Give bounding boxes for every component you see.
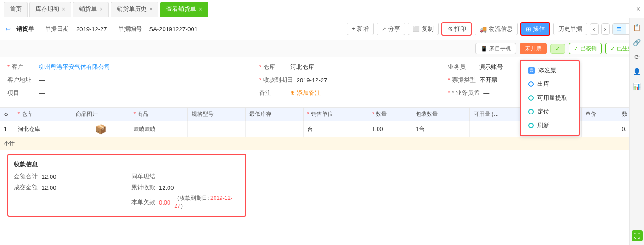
warehouse-field: 仓库 河北仓库 bbox=[259, 63, 448, 71]
tab-sales-history-close[interactable]: × bbox=[149, 6, 153, 12]
ticket-type-label: 票据类型 bbox=[448, 76, 476, 84]
add-note-button[interactable]: ⊕ 添加备注 bbox=[290, 89, 321, 97]
tab-sales-history[interactable]: 销货单历史 × bbox=[111, 2, 158, 17]
payment-section: 收款信息 金额合计 12.00 同单现结 —— 成交金额 12.00 累计收款 … bbox=[7, 154, 246, 217]
col-unit-price: 单价 bbox=[582, 108, 618, 121]
print-label: 打印 bbox=[454, 25, 466, 33]
tab-home[interactable]: 首页 bbox=[4, 2, 28, 17]
locate-icon bbox=[528, 109, 534, 114]
sidebar-icon-copy[interactable]: 📋 bbox=[632, 22, 643, 33]
col-product: 商品 bbox=[130, 108, 187, 121]
customer-label: 客户 bbox=[7, 63, 35, 71]
total-label: 金额合计 bbox=[14, 172, 38, 181]
verified-label: 已核销 bbox=[580, 45, 597, 52]
history-button[interactable]: 历史单据 bbox=[553, 23, 587, 35]
payment-date-value: 2019-12-27 bbox=[297, 77, 328, 84]
no-label: 单据编号 bbox=[118, 25, 142, 33]
col-pack-qty: 包装数量 bbox=[412, 108, 470, 121]
prev-button[interactable]: ‹ bbox=[590, 23, 598, 35]
col-product-img: 商品图片 bbox=[72, 108, 130, 121]
address-value: — bbox=[39, 77, 45, 84]
next-button[interactable]: › bbox=[601, 23, 610, 35]
subtotal-label: 小计 bbox=[0, 137, 644, 150]
locate-item[interactable]: 定位 bbox=[521, 105, 579, 119]
customer-value[interactable]: 柳州粤港平安气体有限公司 bbox=[39, 63, 110, 71]
share-label: 分享 bbox=[388, 25, 400, 33]
cumulative-label: 累计收款 bbox=[131, 183, 155, 192]
payment-date-field: 收款到期日 2019-12-27 bbox=[259, 76, 448, 84]
tab-view-sales[interactable]: 查看销货单 × bbox=[160, 2, 208, 17]
sidebar-icon-refresh[interactable]: ⟳ bbox=[632, 51, 643, 63]
transaction-row: 成交金额 12.00 bbox=[14, 183, 122, 192]
tab-sales[interactable]: 销货单 × bbox=[73, 2, 109, 17]
tab-sales-history-label: 销货单历史 bbox=[117, 5, 147, 13]
add-invoice-icon: 票 bbox=[528, 67, 535, 74]
available-qty-item[interactable]: 可用量提取 bbox=[521, 91, 579, 105]
address-field: 客户地址 — bbox=[7, 76, 259, 84]
cumulative-row: 累计收款 12.00 bbox=[131, 183, 240, 192]
row-product-img: 📦 bbox=[72, 121, 130, 137]
tab-inventory[interactable]: 库存期初 × bbox=[29, 2, 71, 17]
row-product: 嘻嘻嘻嘻 bbox=[130, 121, 187, 137]
warehouse-label: 仓库 bbox=[259, 63, 287, 71]
staff-value: 演示账号 bbox=[479, 63, 503, 71]
effective-check-icon: ✓ bbox=[610, 46, 615, 52]
row-sales-unit: 台 bbox=[303, 121, 368, 137]
tab-inventory-label: 库存期初 bbox=[35, 5, 59, 13]
available-qty-icon bbox=[528, 95, 534, 101]
col-warehouse: 仓库 bbox=[14, 108, 72, 121]
address-label: 客户地址 bbox=[7, 76, 35, 84]
copy-label: 复制 bbox=[422, 25, 434, 33]
tab-home-label: 首页 bbox=[10, 5, 22, 13]
row-qty: 1.00 bbox=[368, 121, 412, 137]
row-min-stock bbox=[245, 121, 303, 137]
gear-icon: ⚙ bbox=[4, 111, 9, 118]
logistics-label: 物流信息 bbox=[489, 25, 513, 33]
total-row: 金额合计 12.00 bbox=[14, 172, 122, 181]
sidebar-icon-expand[interactable]: ⛶ bbox=[632, 230, 643, 241]
col-gear: ⚙ bbox=[0, 108, 14, 121]
subtotal-row: 小计 bbox=[0, 137, 644, 150]
tab-bar: 首页 库存期初 × 销货单 × 销货单历史 × 查看销货单 × × bbox=[0, 0, 644, 18]
verified-button[interactable]: ✓ 已核销 bbox=[569, 43, 602, 54]
tab-sales-label: 销货单 bbox=[79, 5, 97, 13]
tab-inventory-close[interactable]: × bbox=[62, 6, 65, 12]
ticket-type-value: 不开票 bbox=[480, 76, 497, 84]
operations-dropdown: 票 添发票 出库 可用量提取 定位 刷新 bbox=[520, 60, 580, 136]
print-button[interactable]: 🖨 打印 bbox=[441, 22, 472, 36]
new-button[interactable]: + 新增 bbox=[347, 23, 374, 35]
transaction-label: 成交金额 bbox=[14, 183, 38, 192]
cumulative-value: 12.00 bbox=[159, 184, 174, 191]
logistics-icon: 🚚 bbox=[480, 26, 487, 33]
refresh-icon bbox=[528, 123, 534, 128]
copy-button[interactable]: ⬜ 复制 bbox=[408, 23, 439, 35]
tab-sales-close[interactable]: × bbox=[100, 6, 103, 12]
same-order-row: 同单现结 —— bbox=[131, 172, 240, 181]
plus-icon: ⊕ bbox=[290, 89, 297, 96]
list-view-button[interactable]: ☰ bbox=[613, 24, 626, 34]
operations-button[interactable]: ⊞ 操作 bbox=[520, 22, 550, 36]
date-value: 2019-12-27 bbox=[76, 26, 107, 33]
toolbar-actions: + 新增 ↗ 分享 ⬜ 复制 🖨 打印 🚚 物流信息 bbox=[347, 22, 638, 36]
share-button[interactable]: ↗ 分享 bbox=[377, 23, 405, 35]
from-phone-button[interactable]: 📱 来自手机 bbox=[475, 43, 516, 54]
sidebar-icon-user[interactable]: 👤 bbox=[632, 66, 643, 77]
col-sales-unit: 销售单位 bbox=[303, 108, 368, 121]
verify-button[interactable]: ✓ bbox=[550, 44, 565, 54]
tab-view-sales-close[interactable]: × bbox=[199, 6, 202, 12]
balance-row: 本单欠款 0.00 （收款到期日: 2019-12-27） bbox=[131, 194, 240, 210]
check-icon: ✓ bbox=[555, 46, 560, 52]
outbound-item[interactable]: 出库 bbox=[521, 77, 579, 91]
date-label: 单据日期 bbox=[45, 25, 69, 33]
refresh-item[interactable]: 刷新 bbox=[521, 119, 579, 132]
window-close-button[interactable]: × bbox=[636, 5, 640, 13]
add-invoice-label: 添发票 bbox=[538, 66, 556, 74]
not-opened-button[interactable]: 未开票 bbox=[520, 43, 547, 54]
logistics-button[interactable]: 🚚 物流信息 bbox=[475, 23, 518, 35]
sidebar-icon-link[interactable]: 🔗 bbox=[632, 37, 643, 48]
same-order-label: 同单现结 bbox=[131, 172, 155, 181]
add-invoice-item[interactable]: 票 添发票 bbox=[521, 63, 579, 77]
print-icon: 🖨 bbox=[447, 26, 452, 32]
sidebar-icon-chart[interactable]: 📊 bbox=[632, 81, 643, 92]
doc-icon: ↩ bbox=[6, 26, 11, 33]
